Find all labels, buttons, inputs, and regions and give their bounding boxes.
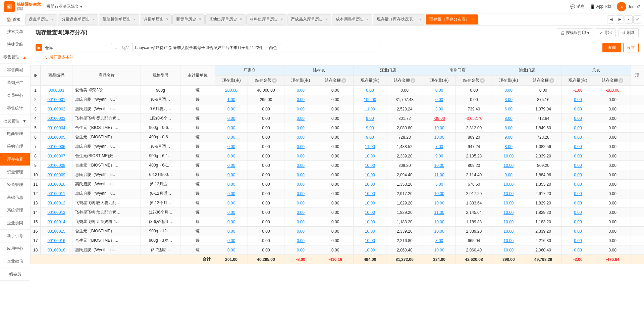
- tab-zuche[interactable]: 组装拆卸单历史 ×: [99, 14, 139, 25]
- td-changjia-qty[interactable]: 0.00: [215, 142, 248, 151]
- td-yubei-qty[interactable]: 8.00: [492, 123, 525, 133]
- tab-chenben-close[interactable]: ×: [367, 17, 369, 21]
- sidebar-item-enterprise[interactable]: 企业协同: [0, 217, 30, 230]
- td-yubei-qty[interactable]: 10.00: [492, 189, 525, 198]
- td-lucun-qty[interactable]: 0.00: [284, 227, 317, 236]
- td-nanan-qty[interactable]: -39.00: [423, 114, 456, 123]
- td-nanan-qty[interactable]: 10.00: [423, 161, 456, 170]
- td-changjia-qty[interactable]: 0.00: [215, 151, 248, 161]
- td-zongcang-qty[interactable]: 0.00: [561, 189, 594, 198]
- expand-conditions-btn[interactable]: ∨ 展开更多条件: [45, 54, 73, 60]
- nav-close-btn[interactable]: ×: [625, 15, 633, 24]
- td-nanan-qty[interactable]: 10.00: [423, 133, 456, 142]
- td-yubei-qty[interactable]: 10.00: [492, 208, 525, 217]
- td-nanan-qty[interactable]: 9.00: [423, 151, 456, 161]
- td-zongcang-qty[interactable]: 0.00: [561, 114, 594, 123]
- sidebar-item-ecommerce[interactable]: 电商管理: [0, 128, 30, 140]
- td-nanan-qty[interactable]: 10.00: [423, 198, 456, 208]
- td-code[interactable]: 0000003: [41, 86, 72, 95]
- tab-qitachu[interactable]: 其他出库单历史 ×: [205, 14, 246, 25]
- td-zongcang-qty[interactable]: 0.00: [561, 227, 594, 236]
- sidebar-item-member[interactable]: 会员中心: [0, 89, 30, 102]
- td-zongcang-qty[interactable]: 0.00: [561, 161, 594, 170]
- yubei-info-icon[interactable]: ⊕: [549, 78, 554, 83]
- td-lucun-qty[interactable]: 0.00: [284, 95, 317, 104]
- td-nanan-qty[interactable]: 11.00: [423, 170, 456, 180]
- td-lucun-qty[interactable]: 0.00: [284, 236, 317, 245]
- td-code[interactable]: 00100018: [41, 245, 72, 255]
- td-zongcang-qty[interactable]: 0.00: [561, 245, 594, 255]
- td-code[interactable]: 00100011: [41, 189, 72, 198]
- td-code[interactable]: 00100002: [41, 104, 72, 114]
- sidebar-item-wechat[interactable]: 企业微信: [0, 255, 30, 268]
- goods-input[interactable]: [132, 43, 266, 52]
- lucun-info-icon[interactable]: ⊕: [341, 78, 346, 83]
- td-jiangbei-qty[interactable]: 9.00: [354, 123, 386, 133]
- tab-cailiaoch[interactable]: 材料出库单历史 ×: [246, 14, 286, 25]
- td-changjia-qty[interactable]: 0.00: [215, 198, 248, 208]
- sidebar-item-operations[interactable]: 经营管理: [0, 179, 30, 191]
- filter-toggle-btn[interactable]: ▶: [36, 44, 42, 51]
- td-code[interactable]: 00100001: [41, 95, 72, 104]
- td-nanan-qty[interactable]: 0.00: [423, 95, 456, 104]
- td-nanan-qty[interactable]: 3.00: [423, 236, 456, 245]
- td-lucun-qty[interactable]: 0.00: [284, 142, 317, 151]
- td-zongcang-qty[interactable]: 0.00: [561, 217, 594, 227]
- td-code[interactable]: 00100007: [41, 151, 72, 161]
- td-lucun-qty[interactable]: 0.00: [284, 198, 317, 208]
- sidebar-item-search[interactable]: 搜索英单: [0, 26, 30, 38]
- td-code[interactable]: 00100015: [41, 227, 72, 236]
- sidebar-item-inventory[interactable]: 库存核算: [0, 153, 30, 166]
- td-nanan-qty[interactable]: 10.00: [423, 123, 456, 133]
- td-nanan-qty[interactable]: 7.00: [423, 142, 456, 151]
- tab-home[interactable]: 🏠 首页: [3, 14, 24, 25]
- tab-yaohuo[interactable]: 要货单历史 ×: [172, 14, 205, 25]
- td-lucun-qty[interactable]: 0.00: [284, 133, 317, 142]
- td-jiangbei-qty[interactable]: 10.00: [354, 245, 386, 255]
- td-yubei-qty[interactable]: 3.00: [492, 95, 525, 104]
- td-yubei-qty[interactable]: 10.00: [492, 161, 525, 170]
- td-zongcang-qty[interactable]: -1.00: [561, 86, 594, 95]
- td-lucun-qty[interactable]: 0.00: [284, 217, 317, 227]
- tab-fenpandian[interactable]: 分量盘点单历史 ×: [58, 14, 98, 25]
- td-code[interactable]: 00100016: [41, 236, 72, 245]
- td-lucun-qty[interactable]: 0.00: [284, 180, 317, 189]
- td-yubei-qty[interactable]: 10.00: [492, 198, 525, 208]
- sidebar-item-purchase[interactable]: 采购管理: [0, 140, 30, 153]
- td-zongcang-qty[interactable]: 0.00: [561, 180, 594, 189]
- td-changjia-qty[interactable]: 0.00: [215, 104, 248, 114]
- td-code[interactable]: 00100012: [41, 198, 72, 208]
- td-changjia-qty[interactable]: 0.00: [215, 180, 248, 189]
- td-lucun-qty[interactable]: 0.00: [284, 123, 317, 133]
- sidebar-item-retailshop[interactable]: 零售商城: [0, 64, 30, 77]
- td-lucun-qty[interactable]: 0.00: [284, 189, 317, 198]
- td-yubei-qty[interactable]: 8.00: [492, 142, 525, 151]
- tab-xiancunfen[interactable]: 现存量（库存分布表） ×: [426, 14, 478, 25]
- td-zongcang-qty[interactable]: 0.00: [561, 104, 594, 114]
- tab-chenben[interactable]: 成本调整单历史 ×: [332, 14, 372, 25]
- sidebar-item-wholesale[interactable]: 批发管理 ▼: [0, 115, 30, 128]
- sidebar-item-vip[interactable]: 畅会员: [0, 268, 30, 281]
- td-yubei-qty[interactable]: 10.00: [492, 227, 525, 236]
- td-yubei-qty[interactable]: 0.00: [492, 86, 525, 95]
- td-yubei-qty[interactable]: 6.00: [492, 104, 525, 114]
- btn-query[interactable]: 查询: [602, 43, 621, 52]
- tab-yaohuo-close[interactable]: ×: [199, 17, 201, 21]
- td-changjia-qty[interactable]: 0.00: [215, 170, 248, 180]
- td-yubei-qty[interactable]: 9.00: [492, 133, 525, 142]
- sidebar-item-apps[interactable]: 应用中心: [0, 242, 30, 255]
- td-jiangbei-qty[interactable]: 10.00: [354, 198, 386, 208]
- td-zongcang-qty[interactable]: 0.00: [561, 123, 594, 133]
- tab-chengpin-close[interactable]: ×: [326, 17, 328, 21]
- td-nanan-qty[interactable]: 0.00: [423, 86, 456, 95]
- td-nanan-qty[interactable]: 3.00: [423, 104, 456, 114]
- td-nanan-qty[interactable]: 5.00: [423, 180, 456, 189]
- tab-xiancunfen-close[interactable]: ×: [472, 17, 474, 21]
- app-download-btn[interactable]: 📱 App下载: [590, 4, 611, 9]
- td-zongcang-qty[interactable]: 0.00: [561, 170, 594, 180]
- td-code[interactable]: 00100009: [41, 170, 72, 180]
- td-nanan-qty[interactable]: 10.00: [423, 189, 456, 198]
- td-yubei-qty[interactable]: 10.00: [492, 236, 525, 245]
- td-jiangbei-qty[interactable]: 10.00: [354, 217, 386, 227]
- color-input[interactable]: [280, 43, 380, 52]
